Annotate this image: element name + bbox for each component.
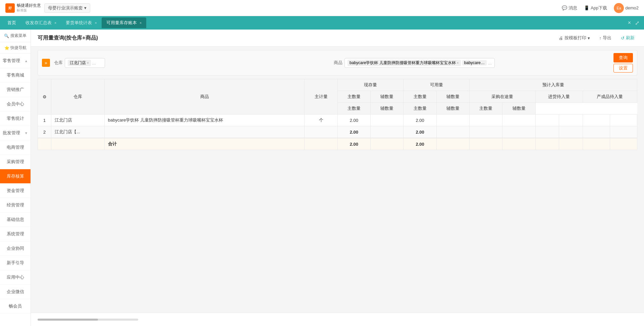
sidebar-item-operations[interactable]: 经营管理 — [0, 198, 31, 213]
sidebar-item-app-center[interactable]: 应用中心 — [0, 270, 31, 285]
logo-text: 畅捷通好生意 — [17, 3, 41, 8]
col-avail-main-header: 主数量 — [404, 91, 436, 103]
sidebar-item-label: 畅会员 — [9, 303, 22, 309]
table-container: ⚙ 仓库 商品 主计量 现存量 可用量 预计入库量 主数量 辅数量 主数量 — [31, 79, 644, 313]
sidebar-item-enterprise[interactable]: 企业协同 — [0, 241, 31, 256]
tab-receive-summary[interactable]: 收发存汇总表 × — [21, 17, 61, 28]
sidebar-item-label: 营销推广 — [7, 87, 24, 93]
horizontal-scrollbar[interactable] — [38, 319, 138, 321]
product-tag-1-close[interactable]: × — [457, 61, 459, 65]
export-icon: ↑ — [599, 36, 602, 41]
sidebar: 🔍 搜索菜单 ⭐ 快捷导航 零售管理 ▲ 零售商城 营销推广 会员中心 零售统计… — [0, 30, 31, 326]
template-print-btn[interactable]: 🖨 按模板打印 ▾ — [556, 34, 593, 42]
sidebar-item-purchase[interactable]: 采购管理 — [0, 155, 31, 169]
sidebar-item-label: 采购管理 — [7, 159, 24, 165]
col-product-pending-header: 产成品待入量 — [583, 91, 637, 103]
refresh-btn[interactable]: ↺ 刷新 — [618, 34, 637, 42]
quick-nav-btn[interactable]: ⭐ 快捷导航 — [0, 42, 31, 54]
table-row: 2 江北门店【... 2.00 2.00 — [38, 126, 637, 138]
sidebar-search-btn[interactable]: 🔍 搜索菜单 — [3, 33, 28, 39]
logo-sub: 标准版 — [17, 8, 41, 13]
filter-expand-btn[interactable]: » — [42, 59, 50, 67]
tab-bar-right: × ⤢ — [627, 19, 644, 27]
top-bar-left: 好 畅捷通好生意 标准版 母婴行业演示账套 ▾ — [5, 3, 90, 13]
user-name: demo2 — [625, 5, 639, 10]
tab-available-close[interactable]: × — [140, 21, 142, 25]
page-actions: 🖨 按模板打印 ▾ ↑ 导出 ↺ 刷新 — [556, 34, 638, 42]
col-pt-aux-header: 辅数量 — [371, 103, 404, 114]
sidebar-item-basic-info[interactable]: 基础信息 — [0, 213, 31, 227]
sidebar-item-wholesale[interactable]: 批发管理 ▼ — [0, 126, 31, 140]
sidebar-item-marketing[interactable]: 营销推广 — [0, 83, 31, 97]
row-index: 2 — [38, 126, 51, 138]
col-pp-aux-header: 辅数量 — [502, 103, 535, 114]
settings-btn[interactable]: 设置 — [613, 64, 633, 73]
chevron-down-icon: ▼ — [24, 131, 28, 135]
export-btn[interactable]: ↑ 导出 — [597, 34, 614, 42]
restore-btn[interactable]: ⤢ — [634, 19, 640, 27]
industry-label: 母婴行业演示账套 — [48, 5, 83, 11]
tab-available-inventory[interactable]: 可用量库存账本 × — [102, 17, 146, 28]
tab-available-label: 可用量库存账本 — [106, 20, 137, 26]
chevron-up-icon: ▲ — [24, 59, 28, 63]
close-all-btn[interactable]: × — [627, 19, 632, 27]
star-icon: ⭐ — [4, 46, 9, 50]
top-bar: 好 畅捷通好生意 标准版 母婴行业演示账套 ▾ 💬 消息 📱 App下载 Ea … — [0, 0, 644, 16]
gear-icon[interactable]: ⚙ — [43, 94, 47, 99]
col-settings-icon: ⚙ — [38, 79, 51, 114]
sidebar-search-area: 🔍 搜索菜单 — [0, 30, 31, 42]
top-bar-right: 💬 消息 📱 App下载 Ea demo2 — [562, 3, 639, 13]
row-pp-main — [583, 114, 610, 126]
row-warehouse: 江北门店 — [51, 114, 105, 126]
sidebar-item-system[interactable]: 系统管理 — [0, 227, 31, 241]
chevron-down-icon: ▾ — [84, 5, 87, 10]
col-purchase-transit-header: 采购在途量 — [470, 91, 536, 103]
sidebar-item-label: 零售统计 — [7, 115, 24, 122]
row-stock-main: 2.00 — [337, 114, 370, 126]
sidebar-item-member[interactable]: 会员中心 — [0, 97, 31, 111]
sidebar-item-ecommerce[interactable]: 电商管理 — [0, 140, 31, 155]
row-pt-main — [470, 126, 502, 138]
row-warehouse: 江北门店【... — [51, 126, 105, 138]
warehouse-tag: 江北门店 × — [68, 60, 91, 66]
product-tag-1: babycare学饮杯 儿童防摔防撞吸管杯重力球吸嘴杯宝宝水杯 × — [347, 60, 461, 66]
user-menu[interactable]: Ea demo2 — [614, 3, 639, 13]
sidebar-item-mall[interactable]: 零售商城 — [0, 68, 31, 83]
page-header: 可用量查询(按仓库+商品) 🖨 按模板打印 ▾ ↑ 导出 ↺ 刷新 — [31, 30, 644, 47]
col-incoming-header: 预计入库量 — [470, 79, 637, 91]
row-pt-aux — [502, 114, 535, 126]
message-icon: 💬 — [562, 5, 567, 10]
sidebar-item-inventory[interactable]: 库存核算 — [0, 169, 31, 184]
sidebar-item-label: 企业协同 — [7, 245, 24, 251]
home-tab-label: 首页 — [7, 20, 16, 26]
product-filter-value[interactable]: babycare学饮杯 儿童防摔防撞吸管杯重力球吸嘴杯宝宝水杯 × babyca… — [344, 58, 495, 68]
tab-bar: 首页 收发存汇总表 × 要货单统计表 × 可用量库存账本 × × ⤢ — [0, 16, 644, 30]
product-more[interactable]: ... — [488, 60, 492, 65]
tab-order-label: 要货单统计表 — [66, 20, 92, 26]
tab-home[interactable]: 首页 — [3, 17, 21, 28]
sidebar-item-member2[interactable]: 畅会员 — [0, 299, 31, 314]
sidebar-item-enterprise-wechat[interactable]: 企业微信 — [0, 285, 31, 299]
sidebar-item-finance[interactable]: 资金管理 — [0, 184, 31, 198]
sidebar-item-zero-sales[interactable]: 零售管理 ▲ — [0, 54, 31, 68]
tab-receive-close[interactable]: × — [54, 21, 56, 25]
industry-selector[interactable]: 母婴行业演示账套 ▾ — [44, 3, 90, 13]
sidebar-item-label: 系统管理 — [7, 231, 24, 237]
sidebar-item-new-user[interactable]: 新手引导 — [0, 256, 31, 270]
sidebar-item-label: 经营管理 — [7, 202, 24, 208]
message-btn[interactable]: 💬 消息 — [562, 5, 577, 11]
query-btn[interactable]: 查询 — [613, 53, 633, 62]
row-ip-main — [535, 126, 559, 138]
row-pt-main — [470, 114, 502, 126]
main-layout: 🔍 搜索菜单 ⭐ 快捷导航 零售管理 ▲ 零售商城 营销推广 会员中心 零售统计… — [0, 30, 644, 326]
app-download-btn[interactable]: 📱 App下载 — [584, 5, 607, 11]
col-incoming-pending-header: 进货待入量 — [535, 91, 583, 103]
tab-order-close[interactable]: × — [95, 21, 97, 25]
warehouse-more[interactable]: ... — [92, 60, 96, 65]
warehouse-filter-value[interactable]: 江北门店 × ... — [65, 58, 105, 68]
warehouse-tag-close[interactable]: × — [87, 61, 89, 65]
sidebar-item-label: 资金管理 — [7, 188, 24, 194]
sidebar-item-retail-stats[interactable]: 零售统计 — [0, 111, 31, 126]
row-pp-aux — [610, 126, 637, 138]
tab-order-stats[interactable]: 要货单统计表 × — [61, 17, 101, 28]
